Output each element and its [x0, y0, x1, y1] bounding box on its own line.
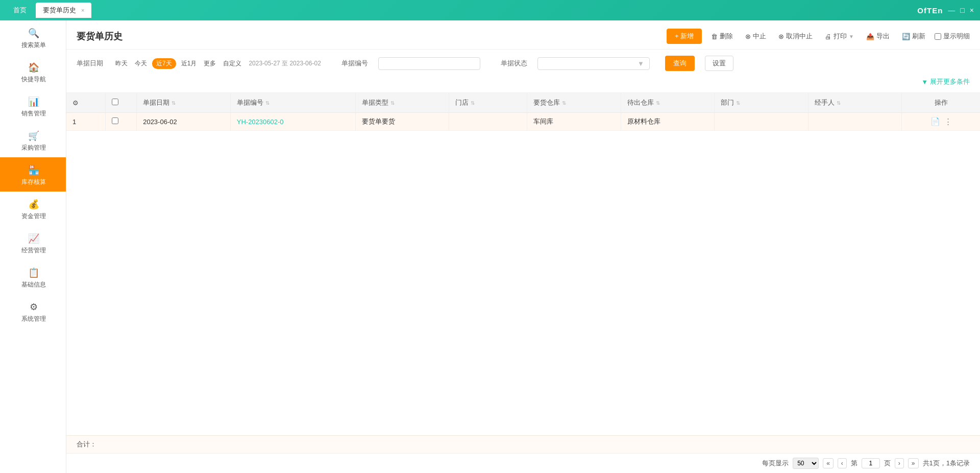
filter-row-1: 单据日期 昨天 今天 近7天 近1月 更多 自定义 2023-05-27 至 2… [77, 56, 970, 71]
shortcut-more[interactable]: 更多 [202, 58, 218, 69]
toolbar: + 新增 🗑 删除 ⊗ 中止 ⊗ 取消中止 🖨 打印 ▼ [667, 29, 970, 44]
tab-close-icon[interactable]: × [81, 7, 84, 13]
settings-button[interactable]: 设置 [705, 56, 733, 71]
sidebar-label-search-menu: 搜索菜单 [21, 41, 46, 50]
sidebar-item-finance[interactable]: 💰 资金管理 [0, 192, 66, 226]
th-settings[interactable]: ⚙ [66, 93, 105, 113]
sidebar-label-purchase: 采购管理 [21, 144, 46, 152]
last-page-btn[interactable]: » [908, 458, 919, 468]
expand-icon: ▼ [921, 78, 928, 86]
tab-home[interactable]: 首页 [6, 3, 34, 18]
inventory-icon: 🏪 [28, 164, 39, 176]
top-bar: 首页 要货单历史 × OfTEn — □ × [0, 0, 980, 20]
finance-icon: 💰 [28, 199, 39, 210]
shortcut-custom[interactable]: 自定义 [221, 58, 243, 69]
th-handler[interactable]: 经手人 ⇅ [808, 93, 902, 113]
footer-total-label: 合计： [77, 440, 96, 448]
table-container: ⚙ 单据日期 ⇅ 单据编号 [66, 93, 980, 435]
docno-link[interactable]: YH-20230602-0 [237, 118, 284, 126]
window-maximize-icon[interactable]: □ [960, 6, 964, 14]
sidebar-item-inventory[interactable]: 🏪 库存核算 [0, 157, 66, 192]
status-label: 单据状态 [501, 59, 527, 68]
page-number-input[interactable] [862, 458, 880, 468]
add-button[interactable]: + 新增 [667, 29, 702, 44]
first-page-btn[interactable]: « [823, 458, 834, 468]
brand-text: OfTEn [917, 6, 943, 15]
export-button[interactable]: 📤 导出 [863, 30, 893, 43]
prev-page-btn[interactable]: ‹ [838, 458, 847, 468]
td-dept [715, 113, 808, 131]
tab-home-label: 首页 [13, 6, 27, 15]
query-button[interactable]: 查询 [665, 56, 695, 71]
main-layout: 🔍 搜索菜单 🏠 快捷导航 📊 销售管理 🛒 采购管理 🏪 库存核算 💰 资金管… [0, 20, 980, 473]
filter-area: 单据日期 昨天 今天 近7天 近1月 更多 自定义 2023-05-27 至 2… [66, 50, 980, 93]
sidebar-item-operations[interactable]: 📈 经营管理 [0, 226, 66, 260]
cancel-stop-button[interactable]: ⊗ 取消中止 [775, 30, 816, 43]
print-icon: 🖨 [825, 33, 831, 40]
sort-icon-reqwh: ⇅ [562, 100, 566, 106]
th-date[interactable]: 单据日期 ⇅ [137, 93, 231, 113]
td-docno[interactable]: YH-20230602-0 [230, 113, 355, 131]
shortcut-yesterday[interactable]: 昨天 [113, 58, 130, 69]
th-pending[interactable]: 待出仓库 ⇅ [621, 93, 715, 113]
td-store [449, 113, 527, 131]
row-more-icon[interactable]: ⋮ [944, 117, 952, 126]
sort-icon-dept: ⇅ [736, 100, 740, 106]
export-icon: 📤 [866, 33, 874, 40]
doc-no-input[interactable] [378, 57, 480, 70]
sort-icon-date: ⇅ [172, 100, 176, 106]
td-action: 📄 ⋮ [902, 113, 980, 131]
th-reqwh[interactable]: 要货仓库 ⇅ [527, 93, 621, 113]
refresh-button[interactable]: 🔄 刷新 [899, 30, 928, 43]
page-size-label: 每页显示 [762, 459, 789, 468]
expand-more-btn[interactable]: ▼ 展开更多条件 [921, 77, 970, 86]
purchase-icon: 🛒 [28, 130, 39, 141]
page-size-select[interactable]: 50 10 20 100 [793, 458, 819, 469]
window-close-icon[interactable]: × [970, 6, 974, 14]
sidebar-item-quick-nav[interactable]: 🏠 快捷导航 [0, 55, 66, 89]
row-edit-icon[interactable]: 📄 [930, 117, 940, 126]
sidebar-item-purchase[interactable]: 🛒 采购管理 [0, 123, 66, 157]
operations-icon: 📈 [28, 233, 39, 244]
select-all-checkbox[interactable] [112, 99, 118, 105]
status-dropdown-icon: ▼ [638, 60, 644, 67]
th-docno[interactable]: 单据编号 ⇅ [230, 93, 355, 113]
tab-requisition-label: 要货单历史 [43, 6, 76, 15]
th-action: 操作 [902, 93, 980, 113]
sidebar-label-sales: 销售管理 [21, 109, 46, 118]
print-button[interactable]: 🖨 打印 ▼ [822, 30, 857, 43]
show-detail-checkbox[interactable] [935, 33, 941, 40]
th-dept[interactable]: 部门 ⇅ [715, 93, 808, 113]
shortcut-1month[interactable]: 近1月 [179, 58, 199, 69]
th-checkbox[interactable] [105, 93, 136, 113]
stop-button[interactable]: ⊗ 中止 [742, 30, 769, 43]
shortcut-7days[interactable]: 近7天 [152, 58, 176, 69]
sidebar-item-basic-info[interactable]: 📋 基础信息 [0, 260, 66, 294]
sidebar-item-sales[interactable]: 📊 销售管理 [0, 89, 66, 123]
sidebar-label-quick-nav: 快捷导航 [21, 75, 46, 84]
sidebar-item-system[interactable]: ⚙ 系统管理 [0, 294, 66, 328]
table-header: ⚙ 单据日期 ⇅ 单据编号 [66, 93, 980, 113]
status-select[interactable]: ▼ [537, 57, 650, 70]
print-dropdown-icon[interactable]: ▼ [849, 34, 854, 39]
next-page-btn[interactable]: › [895, 458, 904, 468]
page-header: 要货单历史 + 新增 🗑 删除 ⊗ 中止 ⊗ 取消中止 🖨 打印 [66, 20, 980, 50]
th-store[interactable]: 门店 ⇅ [449, 93, 527, 113]
td-date: 2023-06-02 [137, 113, 231, 131]
table-settings-icon[interactable]: ⚙ [72, 99, 79, 107]
requisition-table: ⚙ 单据日期 ⇅ 单据编号 [66, 93, 980, 131]
row-checkbox[interactable] [112, 117, 118, 124]
content-area: 要货单历史 + 新增 🗑 删除 ⊗ 中止 ⊗ 取消中止 🖨 打印 [66, 20, 980, 473]
expand-row: ▼ 展开更多条件 [77, 75, 970, 86]
shortcut-today[interactable]: 今天 [133, 58, 149, 69]
td-checkbox[interactable] [105, 113, 136, 131]
th-type[interactable]: 单据类型 ⇅ [355, 93, 449, 113]
sort-icon-type: ⇅ [390, 100, 395, 106]
delete-button[interactable]: 🗑 删除 [708, 30, 736, 43]
show-detail-toggle[interactable]: 显示明细 [935, 32, 970, 41]
sidebar-label-operations: 经营管理 [21, 246, 46, 255]
sidebar-item-search-menu[interactable]: 🔍 搜索菜单 [0, 20, 66, 55]
tab-requisition-history[interactable]: 要货单历史 × [36, 3, 91, 18]
window-minimize-icon[interactable]: — [948, 6, 955, 14]
cancel-stop-icon: ⊗ [778, 33, 784, 40]
